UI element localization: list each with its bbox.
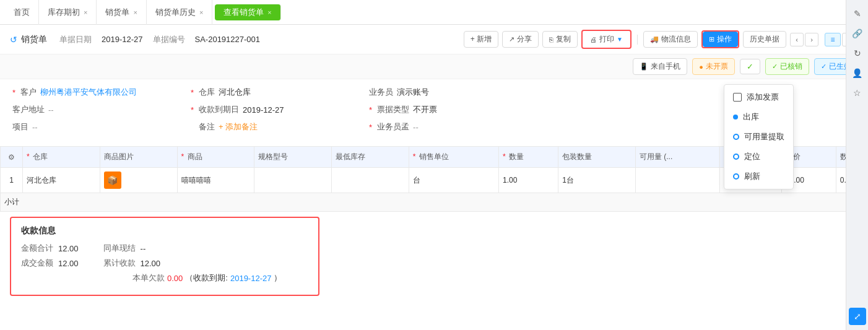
add-invoice-icon [733, 93, 742, 102]
dropdown-available-qty[interactable]: 可用量提取 [724, 127, 793, 147]
warehouse-field: * 仓库 河北仓库 [191, 87, 364, 98]
sidebar-edit-icon[interactable]: ✎ [849, 5, 866, 22]
product-image: 📦 [104, 172, 121, 189]
cell-sales-unit: 台 [409, 168, 498, 193]
add-note-button[interactable]: + 添加备注 [219, 121, 258, 132]
tab-inventory-init[interactable]: 库存期初 × [39, 0, 97, 25]
from-phone-button[interactable]: 📱 来自手机 [633, 58, 687, 75]
settings-icon[interactable]: ⚙ [8, 153, 15, 162]
same-order-label: 同单现结 [103, 243, 136, 254]
subtotal-row: 小计 [1, 193, 868, 212]
cumulative-label: 累计收款 [103, 258, 136, 269]
copy-button[interactable]: ⎘ 复制 [542, 31, 578, 48]
history-button[interactable]: 历史单据 [743, 31, 786, 48]
available-qty-icon [733, 134, 739, 140]
tab-view-sales[interactable]: 查看销货单 × [215, 4, 280, 20]
col-settings[interactable]: ⚙ [1, 147, 23, 168]
sidebar-expand-icon[interactable]: ⤢ [849, 308, 866, 325]
subtotal-label-cell: 小计 [1, 193, 868, 212]
cell-warehouse: 河北仓库 [23, 168, 100, 193]
dropdown-locate[interactable]: 定位 [724, 147, 793, 167]
tab-home[interactable]: 首页 [5, 0, 39, 25]
confirmed-button[interactable]: ✓ [740, 59, 760, 74]
logistics-button[interactable]: 🚚 物流信息 [643, 31, 698, 48]
tab-sales-history-close[interactable]: × [199, 9, 203, 16]
outbound-icon [733, 115, 738, 119]
status-row: 📱 来自手机 ● 未开票 ✓ ✓ 已核销 ✓ 已生效 [0, 54, 868, 79]
share-button[interactable]: ↗ 分享 [502, 31, 539, 48]
sidebar-refresh-icon[interactable]: ↻ [849, 45, 866, 62]
project-field: 项目 -- [12, 121, 186, 132]
new-button[interactable]: + 新增 [464, 31, 498, 48]
not-open-button[interactable]: ● 未开票 [692, 58, 735, 75]
cell-quantity: 1.00 [498, 168, 558, 193]
payment-date-value: 2019-12-27 [243, 105, 284, 115]
cell-min-stock [332, 168, 409, 193]
due-date-suffix: ） [274, 272, 282, 284]
col-product: * 商品 [177, 147, 254, 168]
operation-highlight: ⊞ 操作 [701, 30, 739, 48]
same-order-value: -- [141, 244, 146, 253]
tab-inventory-init-close[interactable]: × [84, 9, 87, 16]
payment-info-box: 收款信息 金额合计 12.00 同单现结 -- 成交金额 12.00 [10, 217, 319, 296]
total-label: 金额合计 [21, 243, 53, 254]
date-label: 单据日期 [59, 34, 92, 45]
cell-product-img: 📦 [100, 168, 177, 193]
print-button[interactable]: 🖨 打印 ▼ [584, 32, 629, 47]
sidebar-star-icon[interactable]: ☆ [849, 84, 866, 102]
cell-row-num: 1 [1, 168, 23, 193]
doc-header: ↺ 销货单 单据日期 2019-12-27 单据编号 SA-20191227-0… [0, 25, 868, 54]
locate-icon [733, 154, 739, 160]
cell-available [635, 168, 719, 193]
dropdown-add-invoice[interactable]: 添加发票 [724, 87, 793, 107]
staff-field: 业务员 演示账号 [369, 87, 480, 98]
dropdown-outbound[interactable]: 出库 [724, 107, 793, 127]
doc-title-text: 销货单 [21, 34, 47, 45]
note-field: * 备注 + 添加备注 [191, 121, 364, 132]
cell-pack-qty: 1台 [558, 168, 636, 193]
total-value: 12.00 [58, 244, 79, 253]
date-value: 2019-12-27 [102, 35, 143, 44]
ticket-type-value: 不开票 [413, 104, 437, 115]
col-available: 可用量 (... [635, 147, 719, 168]
operation-dropdown: 添加发票 出库 可用量提取 定位 刷新 [724, 84, 794, 189]
number-label: 单据编号 [153, 34, 185, 45]
tab-sales-order-close[interactable]: × [133, 9, 137, 16]
customer-field: * 客户 柳州粤港平安气体有限公司 [12, 87, 186, 98]
next-button[interactable]: › [805, 33, 818, 46]
tab-sales-order[interactable]: 销货单 × [97, 0, 146, 25]
prev-button[interactable]: ‹ [790, 33, 804, 46]
salesman-value: -- [413, 123, 419, 132]
col-pack-qty: 包装数量 [558, 147, 636, 168]
col-quantity: * 数量 [498, 147, 558, 168]
dropdown-refresh[interactable]: 刷新 [724, 167, 793, 186]
current-due-value: 0.00 [167, 274, 183, 283]
tab-sales-history[interactable]: 销货单历史 × [147, 0, 212, 25]
project-value: -- [32, 123, 38, 132]
tab-view-sales-close[interactable]: × [267, 9, 271, 16]
ticket-type-field: * 票据类型 不开票 [369, 104, 480, 115]
number-value: SA-20191227-001 [195, 35, 261, 44]
nav-arrows: ‹ › [790, 33, 818, 46]
col-sales-unit: * 销售单位 [409, 147, 498, 168]
payment-info-title: 收款信息 [21, 225, 308, 237]
doc-title-icon: ↺ [10, 35, 17, 45]
transaction-value: 12.00 [58, 259, 79, 268]
cell-product: 嘻嘻嘻嘻 [177, 168, 254, 193]
col-spec: 规格型号 [254, 147, 332, 168]
list-view-button[interactable]: ≡ [825, 33, 841, 46]
sidebar-link-icon[interactable]: 🔗 [849, 25, 866, 42]
sidebar-user-icon[interactable]: 👤 [849, 64, 866, 82]
salesman-field: * 业务员孟 -- [369, 121, 480, 132]
right-sidebar: ✎ 🔗 ↻ 👤 ☆ ⤢ [846, 0, 868, 330]
col-product-img: 商品图片 [100, 147, 177, 168]
tab-bar: 首页 库存期初 × 销货单 × 销货单历史 × 查看销货单 × × [0, 0, 868, 25]
customer-value[interactable]: 柳州粤港平安气体有限公司 [40, 87, 137, 98]
operation-button[interactable]: ⊞ 操作 [703, 32, 738, 47]
address-value: -- [48, 105, 54, 115]
transaction-label: 成交金额 [21, 258, 53, 269]
effective-button[interactable]: ✓ 已核销 [765, 58, 809, 75]
col-min-stock: 最低库存 [332, 147, 409, 168]
refresh-icon [733, 173, 739, 180]
cell-spec [254, 168, 332, 193]
